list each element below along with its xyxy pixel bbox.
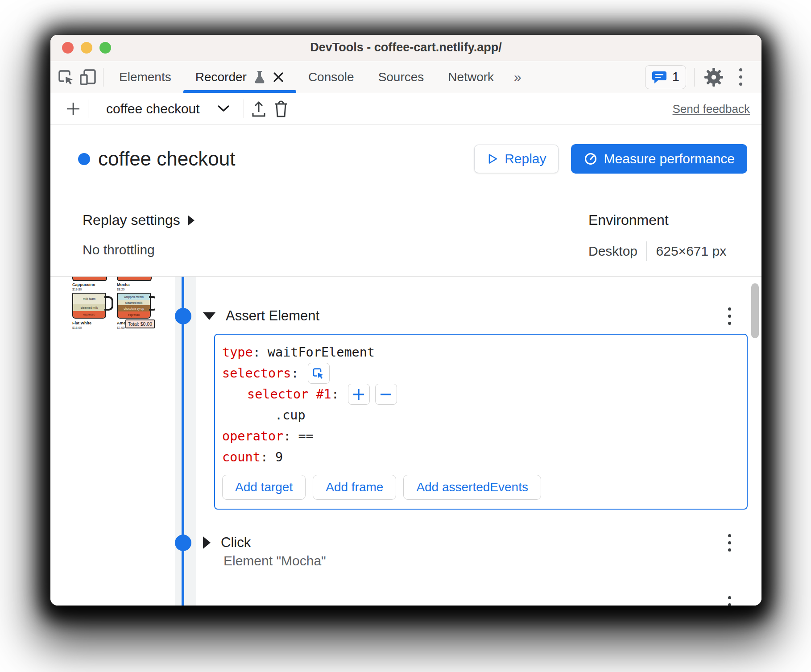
window-title: DevTools - coffee-cart.netlify.app/ — [50, 35, 761, 60]
recording-title: coffee checkout — [98, 148, 235, 170]
measure-button-label: Measure performance — [604, 151, 735, 166]
coffee-cup-graphic — [72, 277, 107, 281]
export-recording-button[interactable] — [248, 98, 270, 120]
environment-label: Environment — [588, 212, 669, 228]
devtools-menu-button[interactable] — [729, 66, 752, 88]
delete-recording-button[interactable] — [270, 98, 292, 120]
code-line-count: count: 9 — [222, 447, 740, 468]
tab-recorder[interactable]: Recorder — [183, 61, 296, 93]
issues-count: 1 — [672, 70, 679, 84]
toolbar-separator — [103, 68, 103, 87]
type-value[interactable]: waitForElement — [268, 345, 375, 360]
plus-icon — [352, 388, 365, 401]
replay-settings-label: Replay settings — [83, 212, 180, 228]
scrollbar-thumb[interactable] — [751, 283, 759, 338]
replay-settings-toggle[interactable]: Replay settings — [83, 212, 194, 228]
editor-actions: Add target Add frame Add assertedEvents — [222, 475, 740, 500]
add-target-button[interactable]: Add target — [222, 475, 306, 500]
close-window-button[interactable] — [62, 42, 74, 54]
speedometer-icon — [583, 152, 598, 166]
step-editor: type: waitForElement selectors: selector… — [214, 334, 748, 510]
send-feedback-link[interactable]: Send feedback — [673, 102, 750, 116]
timeline-track — [175, 277, 196, 606]
active-tab-underline — [183, 90, 296, 93]
devtools-settings-button[interactable] — [703, 66, 725, 88]
settings-band: Replay settings No throttling Environmen… — [50, 193, 761, 277]
toolbar-separator — [88, 100, 88, 118]
message-bubble-icon — [652, 70, 667, 84]
tab-sources[interactable]: Sources — [366, 61, 436, 93]
timeline-line — [182, 277, 184, 606]
page-screenshot-thumbnail: Cappuccino $19.80 Mocha $8.20 milk foam … — [68, 277, 155, 331]
tab-label: Sources — [378, 70, 424, 84]
code-line-type: type: waitForElement — [222, 342, 740, 363]
tab-network[interactable]: Network — [436, 61, 506, 93]
plus-icon — [65, 101, 81, 117]
remove-selector-part-button[interactable] — [375, 384, 397, 405]
window-titlebar: DevTools - coffee-cart.netlify.app/ — [50, 35, 761, 61]
cappuccino-cup-graphic: milk foam steamed milk espresso — [72, 293, 106, 319]
expand-arrow-icon[interactable] — [203, 536, 211, 549]
code-line-selectors: selectors: — [222, 363, 740, 384]
step-assert-menu-button[interactable] — [720, 306, 738, 326]
chevron-down-icon — [217, 104, 230, 113]
experiment-flask-icon — [254, 70, 265, 84]
cart-total-badge: Total: $0.00 — [125, 319, 155, 328]
chevrons-right-icon: » — [514, 70, 521, 85]
trash-icon — [273, 100, 290, 118]
product-name: Flat White — [72, 321, 91, 325]
product-name: Mocha — [117, 283, 130, 287]
step-click-menu-button[interactable] — [720, 533, 738, 552]
recording-header: coffee checkout Replay Measure performan… — [50, 125, 761, 193]
product-name: Cappuccino — [72, 283, 95, 287]
product-price: $18.00 — [72, 326, 82, 329]
add-frame-button[interactable]: Add frame — [313, 475, 396, 500]
more-tabs-button[interactable]: » — [506, 61, 530, 93]
add-asserted-events-button[interactable]: Add assertedEvents — [403, 475, 541, 500]
pick-selector-button[interactable] — [308, 363, 330, 384]
zoom-window-button[interactable] — [99, 42, 111, 54]
recording-select-dropdown[interactable] — [217, 104, 230, 113]
step-marker-assert[interactable] — [175, 308, 191, 324]
product-price: $7.00 — [117, 326, 125, 329]
selector-value[interactable]: .cup — [275, 408, 306, 423]
step-marker-click[interactable] — [175, 535, 191, 551]
step-assert-element-header[interactable]: Assert Element — [203, 306, 319, 326]
tab-label: Recorder — [195, 70, 247, 84]
expand-arrow-icon — [188, 216, 194, 225]
step-title: Click — [221, 535, 251, 551]
issues-counter-button[interactable]: 1 — [645, 65, 686, 89]
collapse-arrow-icon[interactable] — [203, 312, 215, 320]
code-line-selector1: selector #1: — [222, 384, 740, 405]
replay-button[interactable]: Replay — [474, 145, 558, 173]
tab-label: Elements — [119, 70, 171, 84]
cup-handle-graphic — [149, 296, 155, 311]
close-tab-icon[interactable] — [273, 71, 284, 83]
environment-device: Desktop — [588, 244, 637, 259]
replay-button-label: Replay — [505, 151, 546, 166]
operator-value[interactable]: == — [298, 429, 313, 444]
device-toolbar-button[interactable] — [77, 66, 99, 88]
select-element-icon — [312, 367, 325, 380]
recording-select-value[interactable]: coffee checkout — [106, 101, 200, 116]
step-click-header[interactable]: Click — [203, 533, 251, 552]
minus-icon — [379, 388, 393, 401]
count-value[interactable]: 9 — [275, 450, 283, 465]
devtools-window: DevTools - coffee-cart.netlify.app/ Elem… — [50, 35, 761, 606]
throttling-value: No throttling — [83, 242, 155, 257]
environment-divider — [646, 241, 647, 261]
code-line-operator: operator: == — [222, 426, 740, 447]
measure-performance-button[interactable]: Measure performance — [571, 144, 747, 174]
toolbar-separator — [244, 100, 244, 118]
next-step-menu-button[interactable] — [720, 595, 738, 606]
tab-console[interactable]: Console — [296, 61, 366, 93]
add-recording-button[interactable] — [62, 98, 84, 120]
mocha-cup-graphic: whipped cream steamed milk chocolate syr… — [117, 293, 151, 319]
inspect-element-button[interactable] — [55, 66, 77, 88]
tab-label: Network — [448, 70, 494, 84]
minimize-window-button[interactable] — [81, 42, 92, 54]
add-selector-part-button[interactable] — [348, 384, 370, 405]
tab-elements[interactable]: Elements — [107, 61, 183, 93]
environment-values: Desktop 625×671 px — [588, 241, 726, 261]
recorder-toolbar: coffee checkout Send feedback — [50, 93, 761, 125]
